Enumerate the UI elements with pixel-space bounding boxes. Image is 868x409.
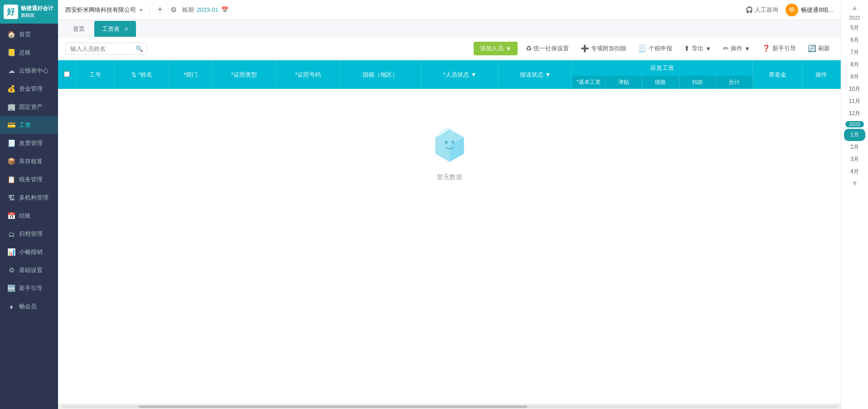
th-deduct: 扣款 (679, 76, 716, 89)
sidebar-item-invoice[interactable]: 🧾 发票管理 (0, 134, 58, 152)
month-2023-04[interactable]: 4月 (841, 166, 868, 178)
sidebar-label-cloud-report: 云报表中心 (19, 67, 48, 75)
sidebar-item-home[interactable]: 🏠 首页 (0, 25, 58, 44)
sidebar-item-inventory[interactable]: 📦 库存核算 (0, 152, 58, 170)
table-wrap: 工号 ⇅ *姓名 *部门 *证照类型 *证照号码 国籍（地区） *人员状态 ▼ … (58, 60, 841, 404)
operations-icon: ✏ (723, 44, 729, 53)
sidebar: 好 畅捷通好会计 旗舰版 🏠 首页 📒 总账 ☁ 云报表中心 💰 资金管理 🏢 … (0, 0, 58, 409)
tab-salary-close[interactable]: ✕ (124, 26, 128, 32)
personal-tax-action[interactable]: 🧾 个税申报 (635, 42, 676, 55)
social-security-action[interactable]: ♻ 统一社保设置 (522, 42, 572, 55)
sidebar-item-salary[interactable]: 💳 工资 (0, 116, 58, 134)
th-base-salary: *基本工资 (572, 76, 606, 89)
sidebar-item-tax[interactable]: 📋 税务管理 (0, 170, 58, 189)
member-icon: ♦ (7, 303, 15, 311)
search-button[interactable]: 🔍 (136, 45, 143, 52)
service-label: 人工咨询 (755, 6, 778, 14)
sidebar-label-expense: 小畅报销 (19, 248, 43, 256)
company-selector[interactable]: 西安虾米网络科技有限公司 ▼ (65, 6, 144, 14)
logo-title: 畅捷通好会计 (21, 5, 53, 12)
topbar-add-button[interactable]: + (155, 5, 165, 15)
month-2023-01[interactable]: 1月 (844, 129, 865, 141)
sidebar-item-cloud-report[interactable]: ☁ 云报表中心 (0, 62, 58, 80)
right-panel: ▲ 2022 5月 6月 7月 8月 9月 10月 11月 12月 2023 1… (841, 0, 868, 409)
refresh-action[interactable]: 🔄 刷新 (804, 42, 834, 55)
month-2022-05[interactable]: 5月 (841, 22, 868, 34)
user-name: 畅捷通B组... (801, 6, 834, 14)
month-2022-06[interactable]: 6月 (841, 34, 868, 46)
special-deduction-label: 专项附加扣除 (591, 44, 626, 53)
month-2022-11[interactable]: 11月 (841, 95, 868, 107)
sidebar-item-settings[interactable]: ⚙ 基础设置 (0, 261, 58, 279)
export-action[interactable]: ⬆ 导出 ▼ (680, 42, 715, 55)
tab-home[interactable]: 首页 (65, 21, 92, 37)
tab-salary[interactable]: 工资表 ✕ (94, 21, 136, 37)
ledger-icon: 📒 (7, 49, 15, 57)
service-button[interactable]: 🎧 人工咨询 (746, 6, 778, 14)
sidebar-label-guide: 新手引导 (19, 284, 43, 292)
multi-org-icon: 🏗 (7, 194, 15, 202)
panel-scroll-up[interactable]: ▲ (841, 2, 868, 14)
month-2022-08[interactable]: 8月 (841, 58, 868, 71)
special-deduction-action[interactable]: ➕ 专项附加扣除 (577, 42, 630, 55)
status-filter-icon[interactable]: ▼ (470, 71, 476, 78)
home-icon: 🏠 (7, 30, 15, 39)
month-2022-12[interactable]: 12月 (841, 107, 868, 120)
sidebar-item-ledger[interactable]: 📒 总账 (0, 44, 58, 62)
month-2022-10[interactable]: 10月 (841, 83, 868, 95)
sidebar-item-expense[interactable]: 📊 小畅报销 (0, 243, 58, 261)
invoice-icon: 🧾 (7, 139, 15, 147)
add-person-dropdown-icon: ▼ (505, 45, 511, 52)
account-period: 账期 2023-01 📅 (182, 6, 228, 14)
add-person-label: 添加人员 (480, 44, 504, 53)
checkbox-th[interactable] (58, 60, 76, 89)
special-deduction-icon: ➕ (581, 44, 589, 53)
guide-icon: ❓ (762, 44, 771, 53)
th-name: ⇅ *姓名 (115, 60, 170, 89)
topbar-settings-button[interactable]: ⚙ (170, 5, 177, 14)
sidebar-label-invoice: 发票管理 (19, 139, 43, 147)
search-input[interactable] (65, 43, 147, 55)
inventory-icon: 📦 (7, 157, 15, 166)
sidebar-item-guide[interactable]: 🆕 新手引导 (0, 279, 58, 297)
th-pension: 养老金 (753, 60, 802, 89)
sidebar-item-close[interactable]: 📅 结账 (0, 207, 58, 225)
th-performance: 绩效 (642, 76, 679, 89)
sidebar-label-tax: 税务管理 (19, 175, 43, 184)
cloud-report-icon: ☁ (7, 67, 15, 75)
topbar-right: 🎧 人工咨询 畅 畅捷通B组... (746, 4, 834, 16)
guide-action[interactable]: ❓ 新手引导 (758, 42, 800, 55)
th-allowance: 津贴 (605, 76, 642, 89)
refresh-label: 刷新 (818, 44, 830, 53)
month-2023-02[interactable]: 2月 (841, 141, 868, 153)
add-person-button[interactable]: 添加人员 ▼ (474, 42, 518, 55)
sidebar-item-fixed-assets[interactable]: 🏢 固定资产 (0, 98, 58, 116)
sidebar-item-multi-org[interactable]: 🏗 多机构管理 (0, 189, 58, 207)
expense-icon: 📊 (7, 248, 15, 256)
month-2022-07[interactable]: 7月 (841, 46, 868, 58)
th-idno: *证照号码 (276, 60, 340, 89)
select-all-checkbox[interactable] (64, 71, 70, 77)
tab-home-label: 首页 (73, 25, 85, 32)
company-dropdown-icon: ▼ (139, 7, 144, 13)
sidebar-label-archive: 归档管理 (19, 230, 43, 238)
calendar-icon[interactable]: 📅 (221, 6, 228, 13)
th-dept: *部门 (170, 60, 212, 89)
sidebar-item-member[interactable]: ♦ 畅会员 (0, 297, 58, 316)
sidebar-item-fund[interactable]: 💰 资金管理 (0, 80, 58, 98)
report-filter-icon[interactable]: ▼ (545, 71, 551, 78)
social-security-label: 统一社保设置 (533, 44, 569, 53)
month-2022-09[interactable]: 9月 (841, 71, 868, 83)
sidebar-label-multi-org: 多机构管理 (19, 194, 48, 202)
operations-label: 操作 (731, 44, 742, 53)
sidebar-label-close: 结账 (19, 212, 31, 220)
bottom-scrollbar[interactable] (58, 404, 841, 409)
tax-icon: 📋 (7, 175, 15, 184)
empty-state: 暂无数据 (58, 89, 841, 218)
panel-scroll-down[interactable]: ▼ (841, 178, 868, 190)
month-2023-03[interactable]: 3月 (841, 153, 868, 166)
salary-table: 工号 ⇅ *姓名 *部门 *证照类型 *证照号码 国籍（地区） *人员状态 ▼ … (58, 60, 841, 89)
empty-text: 暂无数据 (437, 173, 462, 181)
sidebar-item-archive[interactable]: 🗂 归档管理 (0, 225, 58, 243)
operations-action[interactable]: ✏ 操作 ▼ (719, 42, 754, 55)
